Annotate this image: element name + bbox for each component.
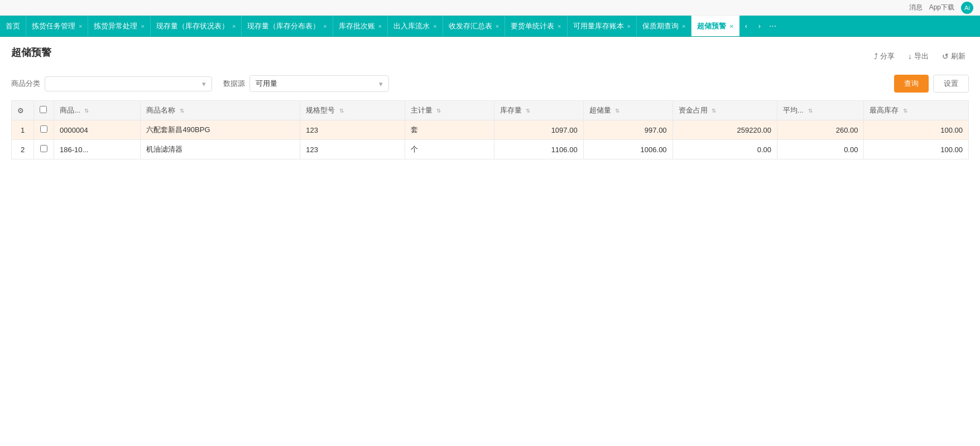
share-button[interactable]: ⤴ 分享: [871, 49, 898, 64]
filter-buttons: 查询 设置: [894, 75, 969, 93]
sort-capital-icon: ⇅: [712, 108, 716, 114]
col-product-code[interactable]: 商品... ⇅: [54, 101, 141, 120]
col-product-name[interactable]: 商品名称 ⇅: [141, 101, 300, 120]
sort-product-name-icon: ⇅: [180, 108, 184, 114]
query-button[interactable]: 查询: [894, 75, 929, 93]
nav-close-order-stat[interactable]: ×: [558, 23, 561, 30]
nav-close-stock-dist[interactable]: ×: [323, 23, 326, 30]
datasource-label: 数据源: [223, 79, 245, 89]
row-checkbox[interactable]: [40, 145, 47, 152]
datasource-arrow-icon: ▾: [379, 80, 383, 88]
unit-cell: 套: [405, 120, 494, 140]
col-select-all[interactable]: [34, 101, 54, 120]
stock-cell: 1106.00: [494, 140, 583, 159]
nav-close-pick-exception[interactable]: ×: [141, 23, 144, 30]
max-stock-cell: 100.00: [864, 120, 969, 140]
nav-close-collect[interactable]: ×: [496, 23, 499, 30]
product-name-cell: 机油滤清器: [141, 140, 300, 159]
sort-avg-price-icon: ⇅: [808, 108, 813, 114]
row-index: 1: [12, 120, 34, 140]
app-download-link[interactable]: App下载: [929, 3, 954, 12]
col-overstock[interactable]: 超储量 ⇅: [583, 101, 672, 120]
sort-stock-icon: ⇅: [526, 108, 530, 114]
nav-batch[interactable]: 库存批次账 ×: [333, 16, 388, 36]
refresh-button[interactable]: ↺ 刷新: [939, 49, 969, 64]
nav-close-available[interactable]: ×: [627, 23, 631, 30]
table-row: 1 0000004 六配套新昌490BPG 123 套 1097.00 997.…: [12, 120, 969, 140]
datasource-value: 可用量: [256, 79, 277, 89]
col-max-stock[interactable]: 最高库存 ⇅: [864, 101, 969, 120]
sort-unit-icon: ⇅: [436, 108, 441, 114]
nav-order-stat[interactable]: 要货单统计表 ×: [505, 16, 567, 36]
col-stock[interactable]: 库存量 ⇅: [494, 101, 583, 120]
nav-close-expiry[interactable]: ×: [682, 23, 685, 30]
gear-icon[interactable]: ⚙: [17, 106, 24, 115]
page-title: 超储预警: [11, 46, 51, 59]
col-gear[interactable]: ⚙: [12, 101, 34, 120]
row-checkbox[interactable]: [40, 125, 47, 133]
capital-cell: 259220.00: [672, 120, 777, 140]
overstock-cell: 997.00: [583, 120, 672, 140]
user-avatar[interactable]: Ai: [961, 2, 973, 14]
category-label: 商品分类: [11, 79, 40, 89]
nav-overstock[interactable]: 超储预警 ×: [691, 16, 739, 36]
page-container: 超储预警 ⤴ 分享 ↓ 导出 ↺ 刷新 商品分类 ▾ 数据源: [0, 37, 980, 168]
col-capital[interactable]: 资金占用 ⇅: [672, 101, 777, 120]
nav-close-pick-task[interactable]: ×: [79, 23, 82, 30]
datasource-select[interactable]: 可用量 ▾: [249, 75, 389, 92]
product-code-cell: 0000004: [54, 120, 141, 140]
refresh-icon: ↺: [942, 52, 949, 61]
export-icon: ↓: [908, 52, 912, 61]
product-code-cell: 186-10...: [54, 140, 141, 159]
table-row: 2 186-10... 机油滤清器 123 个 1106.00 1006.00 …: [12, 140, 969, 159]
spec-cell: 123: [300, 120, 405, 140]
row-checkbox-cell[interactable]: [34, 140, 54, 159]
nav-close-overstock[interactable]: ×: [729, 23, 733, 30]
set-button[interactable]: 设置: [933, 75, 969, 93]
nav-close-flow[interactable]: ×: [433, 23, 436, 30]
nav-pick-exception[interactable]: 拣货异常处理 ×: [88, 16, 150, 36]
nav-expiry[interactable]: 保质期查询 ×: [637, 16, 691, 36]
row-index: 2: [12, 140, 34, 159]
overstock-cell: 1006.00: [583, 140, 672, 159]
nav-more-arrow[interactable]: ⋯: [766, 16, 780, 36]
nav-flow[interactable]: 出入库流水 ×: [388, 16, 443, 36]
category-filter-group: 商品分类 ▾: [11, 76, 212, 91]
stock-cell: 1097.00: [494, 120, 583, 140]
spec-cell: 123: [300, 140, 405, 159]
max-stock-cell: 100.00: [864, 140, 969, 159]
col-avg-price[interactable]: 平均... ⇅: [777, 101, 864, 120]
category-select[interactable]: ▾: [45, 76, 212, 91]
nav-close-batch[interactable]: ×: [378, 23, 382, 30]
sort-product-code-icon: ⇅: [84, 108, 89, 114]
nav-tabs: 首页 拣货任务管理 × 拣货异常处理 × 现存量（库存状况表） × 现存量（库存…: [0, 16, 980, 37]
sort-max-stock-icon: ⇅: [903, 108, 907, 114]
table-header: ⚙ 商品... ⇅ 商品名称 ⇅ 规格型号 ⇅ 主计量: [12, 101, 969, 120]
filter-row: 商品分类 ▾ 数据源 可用量 ▾ 查询 设置: [11, 75, 969, 93]
nav-collect[interactable]: 收发存汇总表 ×: [443, 16, 505, 36]
nav-pick-task[interactable]: 拣货任务管理 ×: [26, 16, 88, 36]
sort-overstock-icon: ⇅: [615, 108, 619, 114]
row-checkbox-cell[interactable]: [34, 120, 54, 140]
toolbar: ⤴ 分享 ↓ 导出 ↺ 刷新: [871, 49, 969, 64]
app-bar: 消息 App下载 Ai: [0, 0, 980, 16]
share-icon: ⤴: [874, 52, 878, 61]
nav-stock-status[interactable]: 现存量（库存状况表） ×: [151, 16, 242, 36]
data-table: ⚙ 商品... ⇅ 商品名称 ⇅ 规格型号 ⇅ 主计量: [11, 100, 969, 159]
nav-home[interactable]: 首页: [0, 16, 26, 36]
capital-cell: 0.00: [672, 140, 777, 159]
export-button[interactable]: ↓ 导出: [905, 49, 932, 64]
nav-next-arrow[interactable]: ›: [753, 16, 766, 36]
select-all-checkbox[interactable]: [40, 106, 47, 113]
col-spec[interactable]: 规格型号 ⇅: [300, 101, 405, 120]
message-link[interactable]: 消息: [909, 3, 923, 12]
nav-prev-arrow[interactable]: ‹: [739, 16, 753, 36]
category-arrow-icon: ▾: [202, 80, 206, 88]
nav-close-stock-status[interactable]: ×: [232, 23, 236, 30]
nav-available[interactable]: 可用量库存账本 ×: [568, 16, 637, 36]
avg-price-cell: 0.00: [777, 140, 864, 159]
nav-stock-dist[interactable]: 现存量（库存分布表） ×: [242, 16, 333, 36]
sort-spec-icon: ⇅: [339, 108, 344, 114]
datasource-filter-group: 数据源 可用量 ▾: [223, 75, 389, 92]
col-unit[interactable]: 主计量 ⇅: [405, 101, 494, 120]
